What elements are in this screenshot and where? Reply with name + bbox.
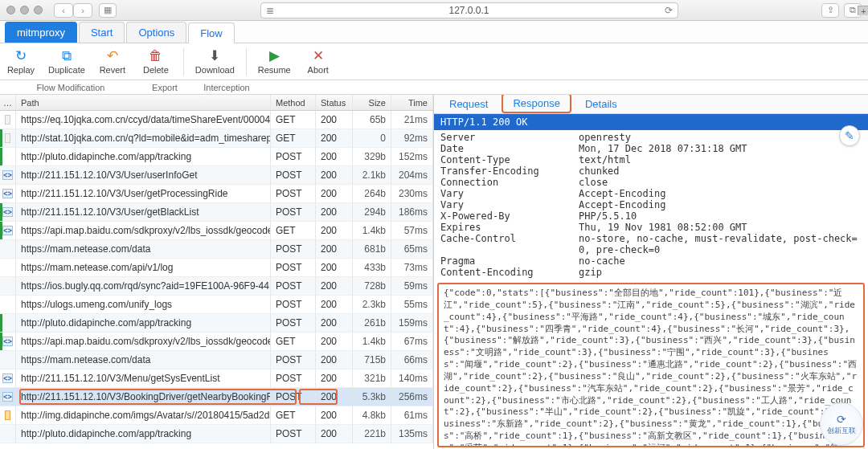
tab-response[interactable]: Response: [502, 95, 571, 113]
tab-mitmproxy[interactable]: mitmproxy: [5, 22, 77, 43]
col-path[interactable]: Path: [16, 95, 271, 110]
resume-button[interactable]: ▶Resume: [258, 49, 291, 75]
table-row[interactable]: <>http://211.151.12.10/V3/Menu/getSysEve…: [0, 369, 433, 388]
tab-options[interactable]: Options: [126, 22, 186, 43]
col-time[interactable]: Time: [391, 95, 433, 110]
edit-button[interactable]: ✎: [839, 125, 860, 146]
cell-status: 200: [316, 314, 353, 332]
download-button[interactable]: ⬇Download: [195, 49, 235, 75]
image-icon: [5, 410, 10, 420]
col-method[interactable]: Method: [271, 95, 316, 110]
tab-start[interactable]: Start: [79, 22, 125, 43]
table-row[interactable]: http://pluto.didapinche.com/app/tracking…: [0, 425, 433, 443]
cell-time: 57ms: [391, 222, 433, 239]
download-icon: ⬇: [209, 49, 220, 63]
cell-path: https://mam.netease.com/data: [16, 351, 271, 369]
cell-path: http://pluto.didapinche.com/app/tracking: [16, 314, 271, 332]
cell-method: GET: [271, 333, 316, 350]
file-icon: [5, 133, 10, 143]
cell-time: 140ms: [391, 369, 433, 387]
code-icon: <>: [2, 189, 13, 198]
code-icon: <>: [2, 170, 13, 180]
sidebar-toggle[interactable]: ▦: [99, 3, 117, 18]
forward-button[interactable]: ›: [73, 3, 92, 18]
table-row[interactable]: https://ulogs.umeng.com/unify_logsPOST20…: [0, 296, 433, 314]
share-button[interactable]: ⇪: [821, 3, 839, 18]
revert-icon: ↶: [107, 49, 118, 63]
cell-size: 4.8kb: [353, 406, 391, 424]
duplicate-button[interactable]: ⧉Duplicate: [48, 49, 85, 75]
table-row[interactable]: http://pluto.didapinche.com/app/tracking…: [0, 314, 433, 333]
cell-method: POST: [271, 314, 316, 332]
tab-flow[interactable]: Flow: [188, 22, 234, 43]
cell-status: 200: [316, 351, 353, 369]
table-row[interactable]: https://mam.netease.com/api/v1/logPOST20…: [0, 259, 433, 277]
header-row: VaryAccept-Encoding: [440, 188, 862, 199]
table-row[interactable]: <>http://211.151.12.10/V3/User/getBlackL…: [0, 203, 433, 222]
table-row[interactable]: http://pluto.didapinche.com/app/tracking…: [0, 148, 433, 166]
cell-size: 1.4kb: [353, 222, 391, 239]
cell-time: 73ms: [391, 259, 433, 276]
table-row[interactable]: http://img.didapinche.com/imgs/Avatar/s/…: [0, 406, 433, 425]
back-button[interactable]: ‹: [54, 3, 73, 18]
detail-panel: Request Response Details ✎ HTTP/1.1 200 …: [434, 95, 868, 449]
cell-method: POST: [271, 166, 316, 184]
cell-path: https://api.map.baidu.com/sdkproxy/v2/lb…: [16, 222, 271, 239]
table-row[interactable]: <>https://api.map.baidu.com/sdkproxy/v2/…: [0, 222, 433, 240]
cell-method: GET: [271, 111, 316, 129]
cell-time: 256ms: [391, 388, 433, 406]
cell-size: 321b: [353, 369, 391, 387]
cell-status: 200: [316, 277, 353, 295]
play-icon: ▶: [269, 49, 280, 63]
code-icon: <>: [2, 337, 13, 346]
reader-icon: ≣: [266, 5, 274, 16]
cell-size: 715b: [353, 351, 391, 369]
toolbar: ↻Replay ⧉Duplicate ↶Revert 🗑Delete ⬇Down…: [0, 43, 868, 80]
cell-time: 92ms: [391, 129, 433, 147]
app-window: ‹ › ▦ ≣ 127.0.0.1 ⟳ ⇪ ⧉ + mitmproxy Star…: [0, 0, 868, 449]
cell-size: 294b: [353, 203, 391, 221]
cell-time: 152ms: [391, 148, 433, 165]
cell-size: 1.4kb: [353, 333, 391, 350]
header-row: VaryAccept-Encoding: [440, 199, 862, 210]
cell-method: POST: [271, 369, 316, 387]
cell-size: 681b: [353, 240, 391, 258]
new-tab-button[interactable]: +: [858, 6, 868, 15]
revert-button[interactable]: ↶Revert: [96, 49, 129, 75]
table-row[interactable]: <>http://211.151.12.10/V3/User/userInfoG…: [0, 166, 433, 185]
table-row[interactable]: https://mam.netease.com/dataPOST200715b6…: [0, 351, 433, 369]
code-icon: <>: [2, 392, 13, 402]
cell-method: POST: [271, 185, 316, 202]
tab-request[interactable]: Request: [439, 95, 498, 113]
table-row[interactable]: https://mam.netease.com/dataPOST200681b6…: [0, 240, 433, 259]
column-headers[interactable]: … Path Method Status Size Time: [0, 95, 433, 111]
cell-size: 5.3kb: [353, 388, 391, 406]
window-controls[interactable]: [6, 6, 43, 14]
table-row[interactable]: <>http://211.151.12.10/V3/User/getProces…: [0, 185, 433, 203]
cell-method: GET: [271, 222, 316, 239]
delete-button[interactable]: 🗑Delete: [140, 49, 172, 75]
response-body[interactable]: {"code":0,"stats":[{"business":"全部目的地","…: [437, 283, 865, 447]
replay-button[interactable]: ↻Replay: [5, 49, 37, 75]
abort-button[interactable]: ✕Abort: [302, 49, 334, 75]
tab-details[interactable]: Details: [575, 95, 628, 113]
cell-method: GET: [271, 406, 316, 424]
table-row[interactable]: https://ios.bugly.qq.com/rqd/sync?aid=19…: [0, 277, 433, 296]
reload-icon[interactable]: ⟳: [665, 5, 673, 16]
table-row[interactable]: <>https://api.map.baidu.com/sdkproxy/v2/…: [0, 333, 433, 351]
code-icon: <>: [2, 207, 13, 217]
cell-path: http://211.151.12.10/V3/Menu/getSysEvent…: [16, 369, 271, 387]
cell-status: 200: [316, 185, 353, 202]
table-row[interactable]: http://stat.10jqka.com.cn/q?ld=mobile&id…: [0, 129, 433, 148]
cell-status: 200: [316, 333, 353, 350]
col-size[interactable]: Size: [353, 95, 391, 110]
address-bar[interactable]: ≣ 127.0.0.1 ⟳: [260, 2, 678, 18]
table-row[interactable]: https://eq.10jqka.com.cn/ccyd/data/timeS…: [0, 111, 433, 129]
cell-size: 0: [353, 129, 391, 147]
code-icon: <>: [2, 226, 13, 235]
col-status[interactable]: Status: [316, 95, 353, 110]
table-row[interactable]: <>http://211.151.12.10/V3/BookingDriver/…: [0, 388, 433, 406]
cell-status: 200: [316, 296, 353, 313]
cell-time: 55ms: [391, 296, 433, 313]
cell-method: POST: [271, 240, 316, 258]
